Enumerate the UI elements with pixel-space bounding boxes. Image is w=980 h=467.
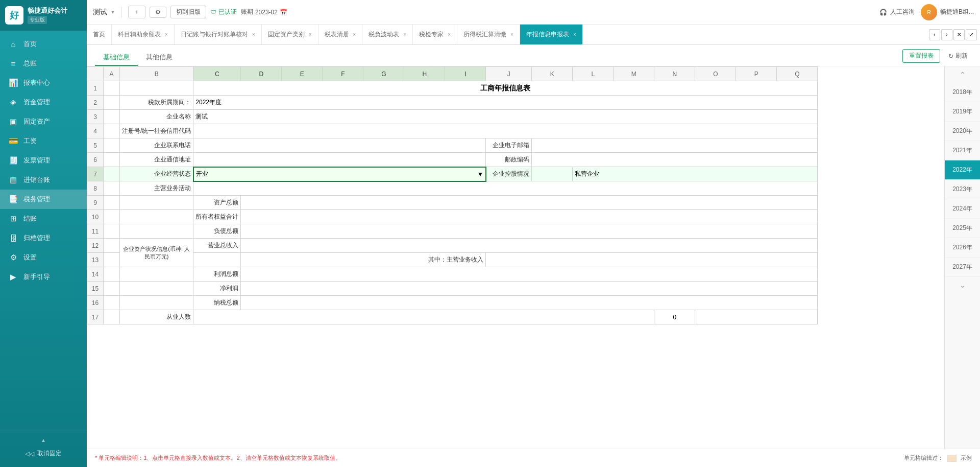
tabs-scroll-left[interactable]: ‹ [929, 29, 940, 40]
tab-income-tax[interactable]: 所得税汇算清缴 × [457, 25, 520, 44]
cell-13-C[interactable] [193, 253, 241, 267]
sidebar-item-tax[interactable]: 📑 税务管理 [0, 190, 87, 209]
col-O[interactable]: O [695, 67, 736, 81]
year-scroll-down-btn[interactable]: ⌄ [945, 277, 980, 293]
cell-9-B[interactable] [120, 196, 193, 210]
tab-journal[interactable]: 日记账与银行对账单核对 × [175, 25, 262, 44]
sidebar-item-fund[interactable]: ◈ 资金管理 [0, 92, 87, 112]
sidebar-item-close[interactable]: ⊞ 结账 [0, 209, 87, 228]
tab-aux[interactable]: 科目辅助余额表 × [112, 25, 175, 44]
cell-5-J[interactable]: 企业电子邮箱 [486, 138, 532, 153]
tab-tax-expert-close[interactable]: × [448, 32, 451, 37]
cell-11-C[interactable]: 负债总额 [193, 224, 241, 239]
sidebar-item-ledger[interactable]: ≡ 总账 [0, 54, 87, 73]
tab-tax-wave[interactable]: 税负波动表 × [362, 25, 413, 44]
cell-10-D[interactable] [241, 210, 818, 224]
tab-tax-expert[interactable]: 税检专家 × [413, 25, 457, 44]
sidebar-item-inventory[interactable]: ▤ 进销台账 [0, 170, 87, 190]
cell-2-B[interactable]: 税款所属期间： [120, 96, 193, 110]
cell-5-C[interactable] [193, 138, 486, 153]
cell-13-A[interactable] [104, 253, 120, 267]
cell-16-A[interactable] [104, 296, 120, 310]
year-2021[interactable]: 2021年 [945, 141, 980, 160]
settings-btn[interactable]: ⚙ [150, 7, 166, 18]
cell-10-A[interactable] [104, 210, 120, 224]
cell-5-A[interactable] [104, 138, 120, 153]
sidebar-item-invoice[interactable]: 🧾 发票管理 [0, 151, 87, 170]
sidebar-item-archive[interactable]: 🗄 归档管理 [0, 228, 87, 248]
col-E[interactable]: E [282, 67, 323, 81]
cell-5-B[interactable]: 企业联系电话 [120, 138, 193, 153]
cell-2-C[interactable]: 2022年度 [193, 96, 818, 110]
cell-15-C[interactable]: 净利润 [193, 282, 241, 296]
cell-12-C[interactable]: 营业总收入 [193, 239, 241, 253]
cell-6-A[interactable] [104, 153, 120, 167]
cell-14-A[interactable] [104, 267, 120, 282]
cell-17-N[interactable]: 0 [654, 310, 695, 324]
sidebar-item-guide[interactable]: ▶ 新手引导 [0, 267, 87, 287]
tabs-scroll-right[interactable]: › [941, 29, 952, 40]
year-2024[interactable]: 2024年 [945, 199, 980, 219]
tab-annual[interactable]: 年报信息申报表 × [520, 25, 583, 44]
cell-5-K[interactable] [532, 138, 818, 153]
cell-13-J[interactable] [486, 253, 818, 267]
sidebar-item-home[interactable]: ⌂ 首页 [0, 34, 87, 54]
year-scroll-up-btn[interactable]: ⌃ [945, 66, 980, 83]
scroll-up-btn[interactable]: ▲ [0, 435, 87, 445]
cell-4-B[interactable]: 注册号/统一社会信用代码 [120, 124, 193, 138]
tab-home[interactable]: 首页 [87, 25, 112, 44]
tab-tax-wave-close[interactable]: × [403, 32, 406, 37]
sub-tab-other[interactable]: 其他信息 [138, 50, 181, 66]
cell-11-B[interactable] [120, 224, 193, 239]
cell-1-title[interactable]: 工商年报信息表 [193, 81, 818, 96]
add-btn[interactable]: ＋ [128, 6, 145, 18]
cell-9-D[interactable] [241, 196, 818, 210]
col-N[interactable]: N [654, 67, 695, 81]
cell-14-C[interactable]: 利润总额 [193, 267, 241, 282]
cell-7-A[interactable] [104, 167, 120, 181]
sidebar-item-report[interactable]: 📊 报表中心 [0, 73, 87, 92]
cell-9-C[interactable]: 资产总额 [193, 196, 241, 210]
col-I[interactable]: I [445, 67, 486, 81]
tab-asset-type-close[interactable]: × [309, 32, 312, 37]
cell-7-C-dropdown[interactable]: 开业 ▼ [193, 167, 486, 181]
col-K[interactable]: K [532, 67, 573, 81]
user-profile[interactable]: R 畅捷通B组... [921, 4, 974, 20]
cell-10-C[interactable]: 所有者权益合计 [193, 210, 241, 224]
cancel-fixed-btn[interactable]: ◁◁ 取消固定 [0, 445, 87, 462]
year-2020[interactable]: 2020年 [945, 122, 980, 141]
reset-report-btn[interactable]: 重置报表 [902, 49, 940, 63]
refresh-btn[interactable]: ↻ 刷新 [944, 50, 972, 62]
cell-8-B[interactable]: 主营业务活动 [120, 181, 193, 196]
tab-asset-type[interactable]: 固定资产类别 × [262, 25, 318, 44]
tabs-close-all[interactable]: ✕ [953, 29, 965, 40]
cell-15-A[interactable] [104, 282, 120, 296]
sub-tab-basic[interactable]: 基础信息 [95, 50, 138, 66]
tab-tax-table[interactable]: 税表清册 × [318, 25, 363, 44]
year-2027[interactable]: 2027年 [945, 258, 980, 277]
cell-1-B[interactable] [120, 81, 193, 96]
cell-6-B[interactable]: 企业通信地址 [120, 153, 193, 167]
sidebar-item-settings[interactable]: ⚙ 设置 [0, 248, 87, 267]
cell-3-A[interactable] [104, 110, 120, 124]
year-2023[interactable]: 2023年 [945, 180, 980, 199]
tab-tax-table-close[interactable]: × [353, 32, 356, 37]
cell-6-J[interactable]: 邮政编码 [486, 153, 532, 167]
sidebar-item-payroll[interactable]: 💳 工资 [0, 131, 87, 151]
dropdown-icon[interactable]: ▼ [110, 9, 115, 15]
cell-17-O[interactable] [695, 310, 818, 324]
cell-7-L[interactable]: 私营企业 [573, 167, 818, 181]
cell-11-D[interactable] [241, 224, 818, 239]
cell-16-B[interactable] [120, 296, 193, 310]
cell-6-C[interactable] [193, 153, 486, 167]
cell-6-K[interactable] [532, 153, 818, 167]
cell-16-C[interactable]: 纳税总额 [193, 296, 241, 310]
cell-7-K[interactable] [532, 167, 573, 181]
consult-btn[interactable]: 🎧 人工咨询 [879, 8, 915, 16]
cell-4-A[interactable] [104, 124, 120, 138]
cell-9-A[interactable] [104, 196, 120, 210]
cell-12-A[interactable] [104, 239, 120, 253]
cell-3-C[interactable]: 测试 [193, 110, 818, 124]
cell-1-A[interactable] [104, 81, 120, 96]
cell-8-A[interactable] [104, 181, 120, 196]
